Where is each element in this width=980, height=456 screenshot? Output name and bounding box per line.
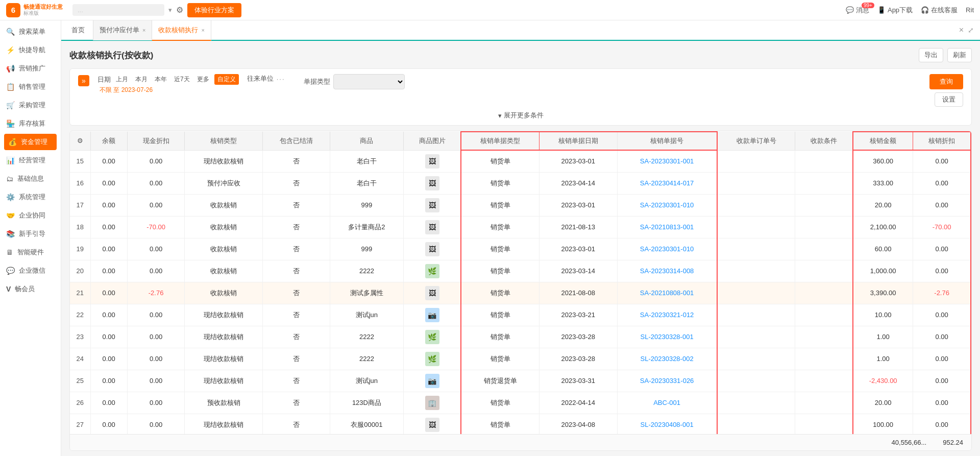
row-goods: 2222 — [330, 348, 404, 370]
tab-bar-right: × ⤢ — [959, 26, 978, 35]
row-type: 预收款核销 — [185, 392, 262, 414]
row-doc-no[interactable]: SA-20230301-010 — [617, 238, 717, 260]
sidebar-item-member[interactable]: V 畅会员 — [0, 280, 61, 298]
row-doc-no[interactable]: SA-20210808-001 — [617, 282, 717, 304]
row-goods: 老白干 — [330, 150, 404, 172]
row-type: 现结收款核销 — [185, 304, 262, 326]
row-receipt-order — [717, 370, 795, 392]
row-settled: 否 — [262, 304, 330, 326]
row-doc-no[interactable]: SA-20230331-026 — [617, 370, 717, 392]
sidebar-item-sales[interactable]: 📋 销售管理 — [0, 78, 61, 96]
tab-home[interactable]: 首页 — [63, 20, 93, 40]
row-doc-no[interactable]: SA-20230301-010 — [617, 194, 717, 216]
date-option-custom[interactable]: 自定义 — [214, 74, 239, 85]
row-doc-date: 2023-03-31 — [540, 370, 617, 392]
sales-icon: 📋 — [6, 83, 15, 91]
row-doc-type: 销货单 — [461, 282, 539, 304]
row-goods: 测试jun — [330, 304, 404, 326]
query-button[interactable]: 查询 — [929, 74, 963, 89]
sidebar-item-search[interactable]: 🔍 搜索菜单 — [0, 22, 61, 41]
row-doc-date: 2021-08-08 — [540, 282, 617, 304]
col-settings-icon[interactable]: ⚙ — [70, 132, 90, 150]
sidebar-item-finance[interactable]: 💰 资金管理 — [4, 134, 57, 150]
table-wrap[interactable]: ⚙ 余额 现金折扣 核销类型 包含已结清 商品 商品图片 核销单据类型 核销单据… — [70, 131, 971, 434]
row-condition — [795, 370, 853, 392]
row-doc-no[interactable]: SA-20210813-001 — [617, 216, 717, 238]
row-doc-no[interactable]: SA-20230414-017 — [617, 172, 717, 194]
orange-arrow-button[interactable]: » — [78, 75, 89, 86]
row-doc-no[interactable]: SA-20230301-001 — [617, 150, 717, 172]
sidebar-item-quick-nav[interactable]: ⚡ 快捷导航 — [0, 41, 61, 59]
message-area[interactable]: 💬 消息 99+ — [846, 6, 869, 15]
sidebar-item-inventory[interactable]: 🏪 库存核算 — [0, 114, 61, 133]
col-writeoff-discount: 核销折扣 — [913, 132, 971, 150]
tab-close-prepayment[interactable]: × — [142, 27, 145, 33]
solution-button[interactable]: 体验行业方案 — [187, 3, 241, 17]
row-goods: 999 — [330, 238, 404, 260]
col-balance: 余额 — [90, 132, 127, 150]
row-num: 22 — [70, 304, 90, 326]
row-discount: 0.00 — [913, 172, 971, 194]
row-settled: 否 — [262, 238, 330, 260]
row-condition — [795, 260, 853, 282]
app-download-link[interactable]: 📱 App下载 — [877, 6, 913, 15]
row-doc-no[interactable]: SA-20230321-012 — [617, 304, 717, 326]
message-icon: 💬 — [846, 6, 854, 14]
sidebar-item-system[interactable]: ⚙️ 系统管理 — [0, 188, 61, 206]
from-unit-filter: 往来单位 ··· — [247, 74, 285, 83]
export-button[interactable]: 导出 — [919, 48, 943, 62]
row-doc-no[interactable]: SL-20230408-001 — [617, 414, 717, 434]
row-amount: 3,390.00 — [853, 282, 913, 304]
page-actions: 导出 刷新 — [919, 48, 972, 62]
date-label: 日期 — [97, 75, 111, 84]
sidebar-item-operations[interactable]: 📊 经营管理 — [0, 151, 61, 170]
row-doc-no[interactable]: SL-20230328-001 — [617, 326, 717, 348]
row-cash-discount: 0.00 — [127, 260, 184, 282]
row-cash-discount: -2.76 — [127, 282, 184, 304]
row-goods-img: 🌿 — [403, 260, 461, 282]
close-all-icon[interactable]: × — [959, 26, 964, 35]
row-doc-no[interactable]: SA-20230314-008 — [617, 260, 717, 282]
row-doc-no[interactable]: SL-20230328-002 — [617, 348, 717, 370]
doc-type-select[interactable] — [333, 74, 405, 89]
row-balance: 0.00 — [90, 238, 127, 260]
expand-more-btn[interactable]: ▾ 展开更多条件 — [494, 110, 548, 121]
sidebar-item-guide[interactable]: 📚 新手引导 — [0, 225, 61, 243]
row-balance: 0.00 — [90, 282, 127, 304]
sidebar-item-wechat[interactable]: 💬 企业微信 — [0, 261, 61, 280]
chevron-down-icon[interactable]: ▾ — [168, 6, 172, 14]
row-goods-img: 🏢 — [403, 392, 461, 414]
date-option-7days[interactable]: 近7天 — [172, 74, 192, 85]
row-doc-no[interactable]: ABC-001 — [617, 392, 717, 414]
date-option-more[interactable]: 更多 — [195, 74, 211, 85]
sidebar-item-marketing[interactable]: 📢 营销推广 — [0, 59, 61, 78]
row-settled: 否 — [262, 392, 330, 414]
row-type: 现结收款核销 — [185, 370, 262, 392]
tab-prepayment[interactable]: 预付冲应付单 × — [93, 20, 152, 40]
expand-chevron-icon: ▾ — [498, 112, 502, 119]
settings-button[interactable]: 设置 — [935, 92, 963, 107]
sidebar-item-hardware[interactable]: 🖥 智能硬件 — [0, 243, 61, 261]
row-doc-date: 2021-08-13 — [540, 216, 617, 238]
refresh-button[interactable]: 刷新 — [947, 48, 972, 62]
row-receipt-order — [717, 194, 795, 216]
expand-icon[interactable]: ⤢ — [968, 26, 974, 34]
row-goods: 多计量商品2 — [330, 216, 404, 238]
date-option-this-year[interactable]: 本年 — [153, 74, 169, 85]
tab-close-writeoff[interactable]: × — [201, 27, 204, 33]
row-settled: 否 — [262, 326, 330, 348]
row-num: 19 — [70, 238, 90, 260]
tab-write-off[interactable]: 收款核销执行 × — [152, 20, 211, 41]
date-option-this-month[interactable]: 本月 — [133, 74, 150, 85]
sidebar-item-purchase[interactable]: 🛒 采购管理 — [0, 96, 61, 114]
service-link[interactable]: 🎧 在线客服 — [921, 6, 958, 15]
row-type: 现结收款核销 — [185, 348, 262, 370]
sidebar-item-basic-info[interactable]: 🗂 基础信息 — [0, 170, 61, 188]
row-goods-img: 🌿 — [403, 326, 461, 348]
gear-icon[interactable]: ⚙ — [176, 5, 183, 15]
row-goods-img: 🖼 — [403, 238, 461, 260]
row-doc-date: 2023-03-28 — [540, 326, 617, 348]
sidebar-item-enterprise[interactable]: 🤝 企业协同 — [0, 206, 61, 225]
row-cash-discount: 0.00 — [127, 172, 184, 194]
date-option-prev-month[interactable]: 上月 — [114, 74, 130, 85]
